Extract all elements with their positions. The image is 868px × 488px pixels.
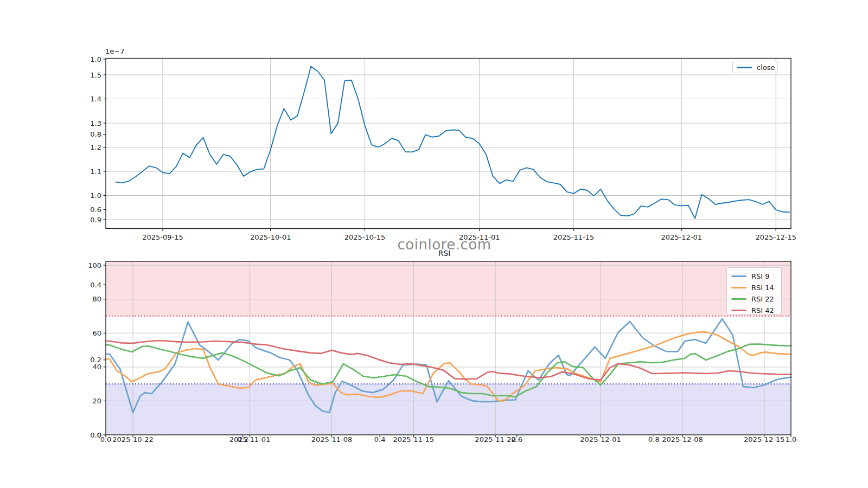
hidden-axis-x-label: 1.0: [786, 435, 797, 444]
top-y-tick-label: 1.4: [90, 95, 101, 103]
bottom-x-tick-label: 2025-11-08: [311, 435, 353, 444]
rsi-legend: RSI 9 RSI 14 RSI 22 RSI 42: [726, 267, 782, 314]
close-legend: close: [732, 61, 778, 73]
bottom-x-tick-label: 2025-11-01: [229, 435, 271, 444]
legend-row-close: close: [737, 63, 773, 72]
top-x-tick-label: 2025-12-01: [661, 233, 702, 241]
legend-row-rsi9: RSI 9: [731, 271, 777, 282]
top-x-tick-label: 2025-12-15: [755, 233, 796, 241]
rsi14-legend-label: RSI 14: [751, 284, 774, 292]
hidden-axis-x-label: 0.2: [237, 435, 248, 444]
bottom-x-tick-label: 2025-11-15: [393, 435, 435, 444]
overbought-band: [106, 261, 791, 316]
bottom-x-tick-label: 2025-12-01: [580, 435, 621, 444]
rsi14-line-swatch: [731, 287, 746, 288]
legend-row-rsi42: RSI 42: [731, 305, 777, 316]
top-panel-border: [106, 59, 791, 229]
rsi42-legend-label: RSI 42: [751, 306, 774, 314]
legend-row-rsi22: RSI 22: [731, 293, 777, 305]
rsi9-legend-label: RSI 9: [751, 272, 770, 280]
hidden-axis-x-label: 0.6: [511, 435, 522, 444]
bottom-y-tick-label: 40: [92, 363, 101, 371]
close-legend-label: close: [757, 63, 775, 72]
hidden-axis-y-label: 0.4: [90, 281, 101, 289]
rsi9-line-swatch: [731, 275, 746, 277]
rsi-42-line: [106, 341, 792, 380]
price-rsi-chart-figure: 2025-09-152025-10-012025-10-152025-11-01…: [0, 0, 868, 488]
oversold-band: [106, 384, 791, 435]
top-x-tick-label: 2025-11-15: [553, 233, 595, 241]
top-y-tick-label: 1.2: [90, 143, 101, 151]
top-y-tick-label: 1.3: [90, 119, 101, 127]
hidden-axis-x-label: 0.0: [100, 435, 112, 444]
bottom-x-tick-label: 2025-12-15: [744, 435, 785, 444]
top-y-tick-label: 1.5: [90, 71, 101, 79]
rsi22-legend-label: RSI 22: [751, 295, 774, 303]
rsi42-line-swatch: [731, 310, 746, 311]
hidden-axis-y-label: 0.0: [90, 431, 101, 439]
hidden-axis-y-label: 0.2: [90, 356, 101, 364]
hidden-axis-x-label: 0.4: [374, 435, 386, 444]
bottom-y-tick-label: 100: [88, 261, 101, 269]
hidden-axis-x-label: 0.8: [648, 435, 660, 444]
bottom-x-tick-label: 2025-12-08: [662, 435, 703, 444]
hidden-axis-y-label: 0.8: [90, 130, 101, 138]
rsi22-line-swatch: [731, 298, 746, 300]
bottom-y-tick-label: 20: [92, 397, 101, 405]
top-y-tick-label: 1.1: [90, 168, 101, 176]
hidden-axis-y-label: 1.0: [90, 55, 101, 63]
bottom-y-tick-label: 80: [92, 295, 101, 303]
bottom-x-tick-label: 2025-11-22: [475, 435, 516, 444]
close-line-swatch: [737, 67, 752, 68]
bottom-y-tick-label: 60: [92, 329, 101, 337]
bottom-x-tick-label: 2025-10-22: [112, 435, 154, 444]
top-y-tick-label: 0.9: [90, 216, 101, 224]
hidden-axis-y-label: 0.6: [90, 206, 101, 214]
top-x-tick-label: 2025-10-01: [250, 233, 291, 241]
top-y-tick-label: 1.0: [90, 191, 101, 200]
y-axis-offset-label: 1e−7: [105, 47, 124, 55]
top-x-tick-label: 2025-09-15: [142, 233, 183, 241]
rsi-panel-title: RSI: [423, 249, 466, 258]
legend-row-rsi14: RSI 14: [731, 282, 777, 293]
